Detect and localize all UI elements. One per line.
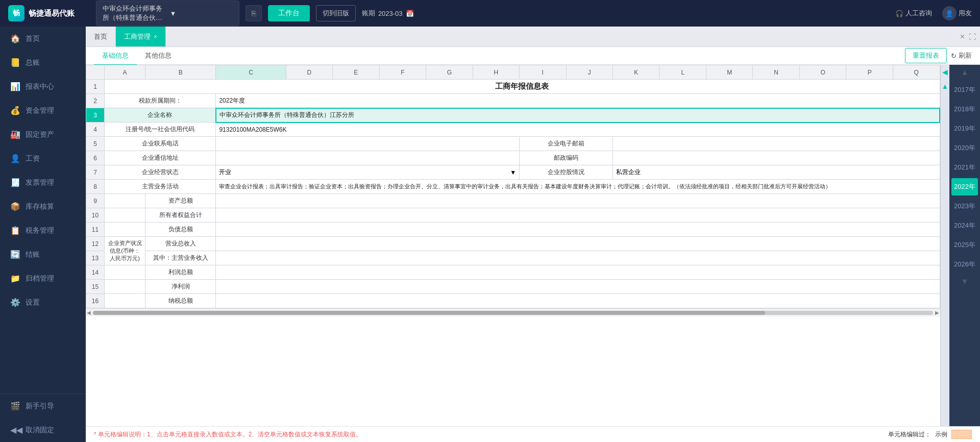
year-2019[interactable]: 2019年 [951, 120, 978, 137]
scroll-track[interactable] [93, 311, 933, 315]
row-num-4: 4 [86, 122, 105, 137]
cell-11-value[interactable] [216, 223, 940, 237]
sidebar-item-salary[interactable]: 👤 工资 [0, 146, 86, 170]
year-2024[interactable]: 2024年 [951, 217, 978, 234]
year-down-button[interactable]: ▼ [958, 274, 972, 289]
sidebar-label-salary: 工资 [26, 154, 40, 163]
cell-title[interactable]: 工商年报信息表 [105, 80, 940, 94]
sidebar-item-newuser[interactable]: 🎬 新手引导 [0, 394, 86, 418]
row-num-3: 3 [86, 108, 105, 122]
app-name: 畅捷通易代账 [29, 9, 75, 18]
logo-icon: 畅 [8, 5, 24, 21]
sidebar-item-home[interactable]: 🏠 首页 [0, 27, 86, 51]
sidebar-item-close[interactable]: 🔄 结账 [0, 242, 86, 266]
window-expand-icon[interactable]: ⛶ [969, 33, 976, 41]
dropdown-icon[interactable]: ▼ [510, 169, 516, 176]
cell-7-value[interactable]: 开业 ▼ [216, 165, 520, 180]
sidebar-item-archive[interactable]: 📁 归档管理 [0, 266, 86, 290]
cell-7-right-value[interactable]: 私营企业 [613, 165, 940, 180]
cell-5-label: 企业联系电话 [105, 137, 216, 151]
newuser-icon: 🎬 [10, 401, 20, 411]
row-num-5: 5 [86, 137, 105, 151]
table-row: 11 负债总额 [86, 223, 940, 237]
year-2017[interactable]: 2017年 [951, 81, 978, 99]
status-bar: * 单元格编辑说明：1、点击单元格直接录入数值或文本。2、清空单元格数值或文本恢… [86, 426, 980, 442]
sidebar-item-settings[interactable]: ⚙️ 设置 [0, 290, 86, 314]
old-version-button[interactable]: 切到旧版 [316, 5, 356, 21]
sidebar-item-inventory[interactable]: 📦 库存核算 [0, 194, 86, 218]
close-period-icon: 🔄 [10, 250, 20, 259]
tab-home[interactable]: 首页 [86, 27, 116, 47]
company-selector[interactable]: 中审众环会计师事务所（特殊普通合伙… ▼ [96, 1, 239, 26]
cell-6-value[interactable] [216, 151, 520, 165]
edit-label: 单元格编辑过： [888, 430, 931, 439]
service-button[interactable]: 🎧 人工咨询 [895, 9, 932, 18]
copy-button[interactable]: ⎘ [246, 5, 262, 21]
year-2020[interactable]: 2020年 [951, 139, 978, 157]
sidebar-item-funds[interactable]: 💰 资金管理 [0, 99, 86, 122]
row-num-9: 9 [86, 194, 105, 208]
sidebar-item-invoice[interactable]: 🧾 发票管理 [0, 170, 86, 194]
cell-3-value[interactable]: 中审众环会计师事务所（特殊普通合伙）江苏分所 [216, 108, 940, 122]
sub-tab-basic[interactable]: 基础信息 [94, 47, 137, 65]
sidebar-item-assets[interactable]: 🏭 固定资产 [0, 122, 86, 146]
cell-6-right-value[interactable] [613, 151, 940, 165]
cell-5-right-value[interactable] [613, 137, 940, 151]
funds-icon: 💰 [10, 106, 20, 115]
table-row: 4 注册号/统一社会信用代码 91320100MA208E5W6K [86, 122, 940, 137]
content-area: 首页 工商管理 × × ⛶ 基础信息 其他信息 重置报表 [86, 27, 980, 442]
collapse-left-button[interactable]: ◀ [941, 65, 949, 79]
window-close-icon[interactable]: × [960, 32, 965, 41]
spreadsheet-container[interactable]: A B C D E F G H I J K L M [86, 65, 940, 426]
cell-10-value[interactable] [216, 208, 940, 223]
tab-bizmanage[interactable]: 工商管理 × [116, 27, 166, 46]
sidebar-item-tax[interactable]: 📋 税务管理 [0, 218, 86, 242]
reset-button[interactable]: 重置报表 [905, 48, 947, 63]
scroll-left-icon[interactable]: ◀ [87, 310, 91, 315]
row-num-10: 10 [86, 208, 105, 223]
row-num-15: 15 [86, 280, 105, 294]
user-menu[interactable]: 👤 用友 [942, 6, 972, 20]
cell-12-value[interactable] [216, 237, 940, 251]
year-2021[interactable]: 2021年 [951, 159, 978, 176]
table-row: 15 净利润 [86, 280, 940, 294]
sidebar-label-close: 结账 [26, 250, 40, 259]
tab-close-icon[interactable]: × [154, 33, 157, 40]
year-2025[interactable]: 2025年 [951, 236, 978, 254]
year-2022[interactable]: 2022年 [951, 178, 978, 195]
calendar-icon[interactable]: 📅 [406, 10, 414, 17]
sidebar-item-reports[interactable]: 📊 报表中心 [0, 75, 86, 99]
cell-15-value[interactable] [216, 280, 940, 294]
cell-4-value[interactable]: 91320100MA208E5W6K [216, 122, 940, 137]
cell-14-value[interactable] [216, 265, 940, 280]
horizontal-scroll[interactable]: ◀ ▶ [86, 308, 940, 316]
scroll-right-icon[interactable]: ▶ [935, 310, 939, 315]
collapse-up-button[interactable]: ▲ [941, 79, 950, 93]
sidebar-label-settings: 设置 [26, 298, 40, 307]
col-header-Q: Q [893, 65, 940, 80]
scroll-thumb[interactable] [93, 311, 765, 315]
cell-8-value[interactable]: 审查企业会计报表；出具审计报告；验证企业资本；出具验资报告；办理企业合开、分立、… [216, 180, 940, 194]
archive-icon: 📁 [10, 274, 20, 283]
refresh-button[interactable]: ↻ 刷新 [951, 51, 972, 60]
cell-13-value[interactable] [216, 251, 940, 265]
year-up-button[interactable]: ▲ [958, 65, 972, 80]
year-2018[interactable]: 2018年 [951, 101, 978, 118]
cell-9-value[interactable] [216, 194, 940, 208]
cell-9-label: 资产总额 [145, 194, 216, 208]
year-2026[interactable]: 2026年 [951, 256, 978, 273]
sub-tab-other[interactable]: 其他信息 [137, 47, 180, 65]
chevron-down-icon: ▼ [169, 10, 232, 17]
cell-2-value[interactable]: 2022年度 [216, 94, 940, 108]
cell-16-value[interactable] [216, 294, 940, 308]
home-icon: 🏠 [10, 34, 20, 43]
workbench-button[interactable]: 工作台 [268, 5, 310, 21]
year-2023[interactable]: 2023年 [951, 198, 978, 215]
cell-7-right-label: 企业控股情况 [520, 165, 613, 180]
sidebar-item-ledger[interactable]: 📒 总账 [0, 51, 86, 75]
table-row: 9 资产总额 [86, 194, 940, 208]
sidebar-item-unpin[interactable]: ◀◀ 取消固定 [0, 418, 86, 442]
cell-12-label: 营业总收入 [145, 237, 216, 251]
cell-5-value[interactable] [216, 137, 520, 151]
col-header-C: C [216, 65, 286, 80]
